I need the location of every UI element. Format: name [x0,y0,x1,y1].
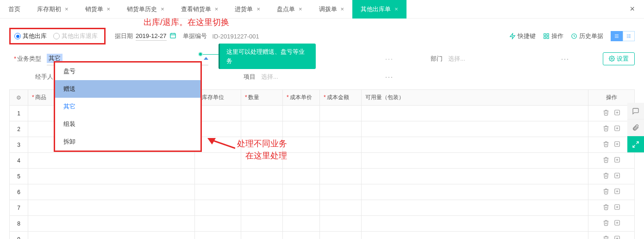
add-row-icon[interactable] [614,220,620,227]
cell-unit[interactable] [195,216,241,232]
more-icon[interactable]: ⋯ [561,54,569,64]
tab-close-icon[interactable]: × [65,6,69,13]
delete-row-icon[interactable] [603,109,609,117]
table-row[interactable]: 8 [10,216,635,232]
operate-link[interactable]: 操作 [543,32,563,40]
side-tab-attach[interactable] [627,120,644,136]
cell-cost-amount[interactable] [320,106,362,121]
dropdown-item-disassembly[interactable]: 拆卸 [55,133,200,151]
dept-select[interactable]: 选择... [448,53,556,65]
cell-qty[interactable] [241,169,283,184]
dropdown-item-other[interactable]: 其它 [55,98,200,115]
tab-close-icon[interactable]: × [341,6,344,13]
cell-cost-price[interactable] [283,184,320,200]
cell-available[interactable] [362,200,588,216]
cell-qty[interactable] [241,137,283,153]
close-all-tabs[interactable]: × [620,4,644,14]
tab-close-icon[interactable]: × [107,6,111,13]
table-settings-header[interactable]: ⚙ [10,90,28,106]
cell-cost-amount[interactable] [320,216,362,232]
tab-other-outbound[interactable]: 其他出库单× [352,0,406,19]
tab-close-icon[interactable]: × [161,6,164,13]
tab-close-icon[interactable]: × [256,6,260,13]
cell-qty[interactable] [241,216,283,232]
tab-stock-init[interactable]: 库存期初× [29,0,77,19]
cell-product[interactable] [28,200,195,216]
more-icon[interactable]: ⋯ [385,54,394,64]
project-select[interactable]: 选择... [261,71,380,83]
delete-row-icon[interactable] [603,235,609,239]
settings-button[interactable]: 设置 [603,52,635,65]
cell-cost-amount[interactable] [320,169,362,184]
view-card-button[interactable] [623,31,635,41]
cell-available[interactable] [362,232,588,239]
cell-available[interactable] [362,137,588,153]
delete-row-icon[interactable] [603,172,609,180]
add-row-icon[interactable] [614,204,620,212]
cell-cost-price[interactable] [283,153,320,169]
cell-unit[interactable] [195,232,241,239]
add-row-icon[interactable] [614,188,620,196]
side-tab-expand[interactable] [627,136,644,153]
col-qty[interactable]: *数量 [241,90,283,106]
table-row[interactable]: 9 [10,232,635,239]
cell-qty[interactable] [241,184,283,200]
cell-available[interactable] [362,153,588,169]
cell-cost-price[interactable] [283,232,320,239]
tab-close-icon[interactable]: × [215,6,219,13]
table-row[interactable]: 5 [10,169,635,184]
delete-row-icon[interactable] [603,141,609,149]
cell-cost-price[interactable] [283,216,320,232]
cell-product[interactable] [28,153,195,169]
cell-available[interactable] [362,184,588,200]
cell-unit[interactable] [195,169,241,184]
cell-cost-price[interactable] [283,106,320,121]
add-row-icon[interactable] [614,141,620,149]
col-cost-amount[interactable]: *成本金额 [320,90,362,106]
tab-sales-history[interactable]: 销货单历史× [119,0,173,19]
dropdown-item-loss[interactable]: 盘亏 [55,63,200,80]
side-tab-comment[interactable] [627,103,644,120]
delete-row-icon[interactable] [603,125,609,133]
cell-available[interactable] [362,106,588,121]
tab-inventory[interactable]: 盘点单× [269,0,311,19]
cell-cost-amount[interactable] [320,184,362,200]
cell-cost-price[interactable] [283,121,320,137]
tab-transfer[interactable]: 调拨单× [311,0,353,19]
tab-sales[interactable]: 销货单× [77,0,119,19]
cell-product[interactable] [28,169,195,184]
delete-row-icon[interactable] [603,188,609,196]
add-row-icon[interactable] [614,109,620,117]
cell-cost-amount[interactable] [320,200,362,216]
add-row-icon[interactable] [614,235,620,239]
cell-qty[interactable] [241,153,283,169]
delete-row-icon[interactable] [603,204,609,212]
table-row[interactable]: 7 [10,200,635,216]
cell-available[interactable] [362,121,588,137]
cell-unit[interactable] [195,153,241,169]
calendar-icon[interactable] [169,32,176,40]
cell-qty[interactable] [241,121,283,137]
tab-close-icon[interactable]: × [299,6,302,13]
shortcut-link[interactable]: 快捷键 [509,32,536,40]
table-row[interactable]: 4 [10,153,635,169]
cell-product[interactable] [28,216,195,232]
cell-cost-price[interactable] [283,200,320,216]
dropdown-item-gift[interactable]: 赠送 [55,80,200,98]
cell-qty[interactable] [241,106,283,121]
cell-qty[interactable] [241,200,283,216]
cell-qty[interactable] [241,232,283,239]
add-row-icon[interactable] [614,172,620,180]
cell-available[interactable] [362,169,588,184]
tab-view-sales[interactable]: 查看销货单× [173,0,227,19]
cell-cost-amount[interactable] [320,121,362,137]
tab-home[interactable]: 首页 [0,0,29,19]
cell-unit[interactable] [195,184,241,200]
cell-cost-amount[interactable] [320,232,362,239]
cell-product[interactable] [28,184,195,200]
table-row[interactable]: 6 [10,184,635,200]
radio-other-outbound-return[interactable]: 其他出库退库 [53,32,98,40]
tab-purchase[interactable]: 进货单× [226,0,269,19]
date-value[interactable]: 2019-12-27 [136,31,167,41]
history-link[interactable]: 历史单据 [571,32,603,40]
